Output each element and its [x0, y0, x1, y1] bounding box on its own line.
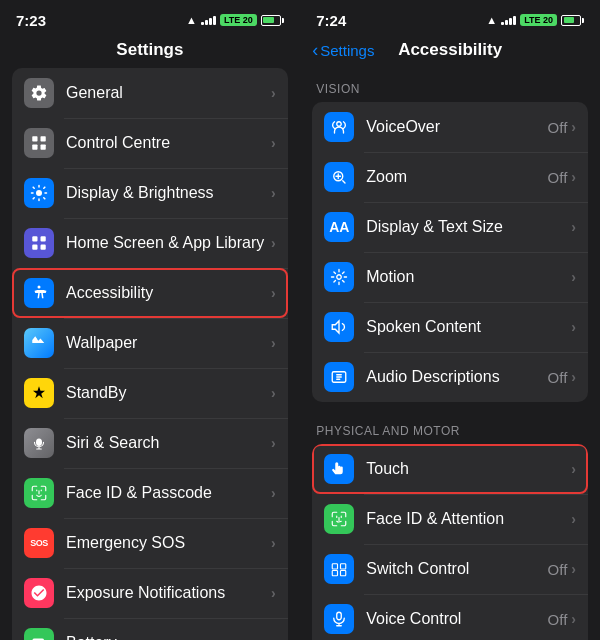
settings-item-battery[interactable]: Battery ›: [12, 618, 288, 640]
battery-label: Battery: [66, 634, 117, 640]
settings-item-emergency-sos[interactable]: SOS Emergency SOS ›: [12, 518, 288, 568]
siri-label: Siri & Search: [66, 434, 159, 452]
status-bar-right: 7:24 ▲ LTE 20: [300, 0, 600, 36]
lte-badge-right: LTE 20: [520, 14, 557, 26]
face-id-attention-icon: [324, 504, 354, 534]
switch-control-icon: [324, 554, 354, 584]
settings-item-wallpaper[interactable]: Wallpaper ›: [12, 318, 288, 368]
svg-point-16: [337, 275, 342, 280]
settings-item-face-id-attention[interactable]: Face ID & Attention ›: [312, 494, 588, 544]
wallpaper-label: Wallpaper: [66, 334, 137, 352]
signal-icon: [201, 15, 216, 25]
settings-item-siri[interactable]: Siri & Search ›: [12, 418, 288, 468]
settings-group-main: General › Control Centre ›: [12, 68, 288, 640]
time-left: 7:23: [16, 12, 46, 29]
status-bar-left: 7:23 ▲ LTE 20: [0, 0, 300, 36]
accessibility-icon: [24, 278, 54, 308]
back-button[interactable]: ‹ Settings: [312, 41, 374, 59]
voice-control-value: Off: [548, 611, 568, 628]
settings-item-display-text[interactable]: AA Display & Text Size ›: [312, 202, 588, 252]
settings-item-switch-control[interactable]: Switch Control Off ›: [312, 544, 588, 594]
lte-badge-left: LTE 20: [220, 14, 257, 26]
general-label: General: [66, 84, 123, 102]
motion-label: Motion: [366, 268, 414, 286]
exposure-icon: [24, 578, 54, 608]
time-right: 7:24: [316, 12, 346, 29]
control-centre-chevron: ›: [271, 135, 276, 151]
accessibility-label: Accessibility: [66, 284, 153, 302]
left-panel: 7:23 ▲ LTE 20 Settings: [0, 0, 300, 640]
status-icons-right: ▲ LTE 20: [486, 14, 584, 26]
battery-icon-right: [561, 15, 584, 26]
emergency-sos-label: Emergency SOS: [66, 534, 185, 552]
voiceover-icon: [324, 112, 354, 142]
settings-item-voiceover[interactable]: VoiceOver Off ›: [312, 102, 588, 152]
motion-icon: [324, 262, 354, 292]
zoom-value: Off: [548, 169, 568, 186]
settings-item-motion[interactable]: Motion ›: [312, 252, 588, 302]
face-id-label: Face ID & Passcode: [66, 484, 212, 502]
display-text-label: Display & Text Size: [366, 218, 503, 236]
status-icons-left: ▲ LTE 20: [186, 14, 284, 26]
vision-group: VoiceOver Off › Zoom Off ›: [312, 102, 588, 402]
svg-rect-5: [32, 236, 37, 241]
page-title-right: Accessibility: [398, 40, 502, 60]
settings-item-zoom[interactable]: Zoom Off ›: [312, 152, 588, 202]
location-icon: ▲: [186, 14, 197, 26]
control-centre-label: Control Centre: [66, 134, 170, 152]
svg-point-10: [34, 338, 37, 341]
zoom-label: Zoom: [366, 168, 407, 186]
svg-rect-0: [32, 136, 37, 141]
settings-item-audio-desc[interactable]: Audio Descriptions Off ›: [312, 352, 588, 402]
audio-desc-label: Audio Descriptions: [366, 368, 499, 386]
location-icon-right: ▲: [486, 14, 497, 26]
audio-desc-value: Off: [548, 369, 568, 386]
svg-rect-1: [41, 136, 46, 141]
face-id-icon: [24, 478, 54, 508]
settings-list-left: General › Control Centre ›: [0, 68, 300, 640]
voice-control-label: Voice Control: [366, 610, 461, 628]
settings-item-general[interactable]: General ›: [12, 68, 288, 118]
settings-item-standby[interactable]: StandBy ›: [12, 368, 288, 418]
standby-label: StandBy: [66, 384, 126, 402]
settings-item-accessibility[interactable]: Accessibility ›: [12, 268, 288, 318]
battery-settings-icon: [24, 628, 54, 640]
battery-icon-left: [261, 15, 284, 26]
settings-item-exposure[interactable]: Exposure Notifications ›: [12, 568, 288, 618]
settings-item-home-screen[interactable]: Home Screen & App Library ›: [12, 218, 288, 268]
exposure-label: Exposure Notifications: [66, 584, 225, 602]
svg-point-4: [36, 190, 42, 196]
standby-icon: [24, 378, 54, 408]
page-title-left: Settings: [116, 40, 183, 60]
accessibility-list: VISION VoiceOver Off ›: [300, 68, 600, 640]
voiceover-label: VoiceOver: [366, 118, 440, 136]
settings-item-voice-control[interactable]: Voice Control Off ›: [312, 594, 588, 640]
signal-icon-right: [501, 15, 516, 25]
svg-point-9: [38, 286, 41, 289]
control-centre-icon: [24, 128, 54, 158]
svg-rect-20: [341, 564, 346, 569]
spoken-content-label: Spoken Content: [366, 318, 481, 336]
right-panel: 7:24 ▲ LTE 20 ‹ Settings Accessibility: [300, 0, 600, 640]
back-label: Settings: [320, 42, 374, 59]
display-label: Display & Brightness: [66, 184, 214, 202]
settings-item-face-id[interactable]: Face ID & Passcode ›: [12, 468, 288, 518]
face-id-attention-label: Face ID & Attention: [366, 510, 504, 528]
voiceover-value: Off: [548, 119, 568, 136]
general-chevron: ›: [271, 85, 276, 101]
svg-rect-22: [337, 612, 342, 620]
siri-icon: [24, 428, 54, 458]
svg-rect-6: [41, 236, 46, 241]
svg-rect-7: [32, 245, 37, 250]
spoken-content-icon: [324, 312, 354, 342]
svg-rect-3: [41, 145, 46, 150]
audio-desc-icon: [324, 362, 354, 392]
nav-header-right: ‹ Settings Accessibility: [300, 36, 600, 68]
settings-item-display[interactable]: Display & Brightness ›: [12, 168, 288, 218]
settings-item-touch[interactable]: Touch ›: [312, 444, 588, 494]
settings-item-control-centre[interactable]: Control Centre ›: [12, 118, 288, 168]
emergency-sos-icon: SOS: [24, 528, 54, 558]
settings-item-spoken-content[interactable]: Spoken Content ›: [312, 302, 588, 352]
vision-section-header: VISION: [300, 68, 600, 102]
svg-rect-2: [32, 145, 37, 150]
